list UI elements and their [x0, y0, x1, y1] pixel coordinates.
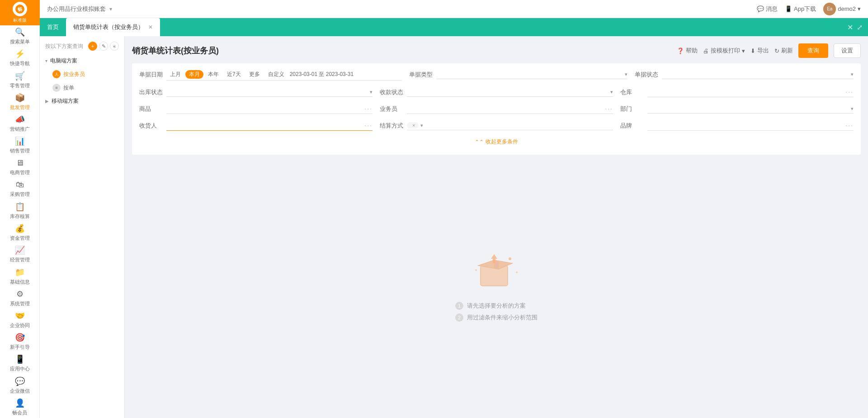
sidebar-item-label: 销售管理: [10, 147, 30, 154]
message-button[interactable]: 💬 消息: [757, 5, 778, 13]
date-btn-more[interactable]: 更多: [245, 70, 264, 79]
tab-close-icon[interactable]: ✕: [148, 24, 153, 30]
sidebar-item-label: 库存核算: [10, 213, 30, 220]
empty-tip-text-1: 请先选择要分析的方案: [467, 302, 526, 310]
date-btn-this-month[interactable]: 本月: [185, 70, 203, 79]
brand-label: 品牌: [620, 122, 644, 130]
topbar: 办公用品行业模拟账套 ▾ 💬 消息 📱 App下载 Ea demo2 ▾: [40, 0, 868, 18]
export-button[interactable]: ⬇ 导出: [750, 47, 769, 55]
user-profile[interactable]: Ea demo2 ▾: [823, 3, 861, 15]
plan-item-by-salesman[interactable]: 人 按业务员: [40, 67, 124, 81]
sidebar-item-quick-nav[interactable]: ⚡ 快捷导航: [0, 47, 39, 69]
mobile-group-arrow-icon: ▶: [45, 99, 49, 104]
sidebar-item-purchase[interactable]: 🛍 采购管理: [0, 178, 39, 200]
sidebar-item-app-center[interactable]: 📱 应用中心: [0, 352, 39, 374]
left-panel-title: 按以下方案查询 + ✎ «: [40, 42, 124, 54]
sidebar-item-operations[interactable]: 📈 经营管理: [0, 243, 39, 265]
sidebar-item-retail[interactable]: 🛒 零售管理: [0, 69, 39, 90]
plan-group-mobile-title[interactable]: ▶ 移动端方案: [40, 95, 124, 108]
date-btn-last-month[interactable]: 上月: [166, 70, 184, 79]
doc-type-control[interactable]: ▾: [436, 70, 628, 79]
inventory-icon: 📋: [15, 202, 25, 212]
out-status-control[interactable]: ▾: [166, 88, 373, 97]
settings-button[interactable]: 设置: [834, 43, 861, 58]
help-button[interactable]: ❓ 帮助: [677, 47, 698, 55]
dept-control[interactable]: ▾: [647, 104, 854, 114]
sidebar-item-inventory[interactable]: 📋 库存核算: [0, 200, 39, 222]
filters-block: 单据日期 上月 本月 本年 近7天 更多 自定义 2023-03-01 至 20…: [132, 63, 861, 155]
sidebar-item-member[interactable]: 👤 畅会员: [0, 396, 39, 418]
goods-control[interactable]: ···: [166, 104, 373, 114]
sidebar-item-label: 电商管理: [10, 169, 30, 176]
warehouse-control[interactable]: ···: [647, 87, 854, 97]
warehouse-dots-icon: ···: [845, 88, 854, 95]
export-label: 导出: [757, 47, 769, 55]
goods-label: 商品: [139, 105, 163, 113]
brand-control[interactable]: ···: [647, 120, 854, 131]
app-logo: 畅 标准版: [0, 0, 40, 25]
sidebar-item-label: 基础信息: [10, 279, 30, 285]
date-btn-custom[interactable]: 自定义: [264, 70, 288, 79]
tab-maximize-icon[interactable]: ⤢: [857, 23, 863, 32]
plan-item-label-order: 按单: [63, 84, 74, 92]
breadcrumb-arrow-icon[interactable]: ▾: [109, 6, 112, 12]
tab-home[interactable]: 首页: [40, 18, 66, 36]
tab-sales-stats[interactable]: 销货单统计表（按业务员） ✕: [66, 18, 160, 36]
plan-item-by-order[interactable]: ≡ 按单: [40, 81, 124, 95]
tabbar-right: ✕ ⤢: [847, 23, 868, 32]
filter-item-date: 单据日期 上月 本月 本年 近7天 更多 自定义 2023-03-01 至 20…: [139, 69, 402, 81]
add-plan-button[interactable]: +: [88, 42, 97, 51]
marketing-icon: 📣: [15, 114, 25, 124]
tab-sales-stats-label: 销货单统计表（按业务员）: [73, 23, 144, 31]
svg-text:畅: 畅: [18, 7, 22, 12]
logo-icon: 畅: [13, 2, 27, 16]
salesman-control[interactable]: ···: [407, 104, 613, 114]
collapse-more-button[interactable]: ⌃⌃ 收起更多条件: [139, 134, 854, 149]
consignee-control[interactable]: ···: [166, 120, 373, 131]
tab-close-window-icon[interactable]: ✕: [847, 23, 853, 32]
app-download-button[interactable]: 📱 App下载: [785, 5, 816, 13]
sidebar-item-ecommerce[interactable]: 🖥 电商管理: [0, 156, 39, 178]
sidebar-item-enterprise[interactable]: 🤝 企业协同: [0, 309, 39, 331]
tabbar: 首页 销货单统计表（按业务员） ✕ ✕ ⤢: [40, 18, 868, 36]
sidebar-item-sales[interactable]: 📊 销售管理: [0, 134, 39, 156]
sidebar-item-wholesale[interactable]: 📦 批发管理: [0, 91, 39, 113]
collect-status-label: 收款状态: [380, 88, 403, 96]
sidebar-item-label: 批发管理: [10, 104, 30, 111]
collapse-panel-button[interactable]: «: [110, 42, 119, 51]
sidebar-item-label: 采购管理: [10, 191, 30, 198]
sidebar-item-marketing[interactable]: 📣 营销推广: [0, 113, 39, 134]
print-button[interactable]: 🖨 按模板打印 ▾: [703, 47, 745, 55]
consignee-input[interactable]: [166, 122, 364, 129]
dept-arrow-icon: ▾: [851, 106, 854, 112]
collect-status-control[interactable]: ▾: [407, 88, 613, 97]
print-arrow-icon[interactable]: ▾: [742, 48, 745, 54]
sidebar-item-search-menu[interactable]: 🔍 搜索菜单: [0, 25, 39, 47]
refresh-button[interactable]: ↻ 刷新: [774, 47, 793, 55]
filter-item-salesman: 业务员 ···: [380, 104, 613, 114]
print-icon: 🖨: [703, 48, 709, 54]
date-btn-this-year[interactable]: 本年: [204, 70, 222, 79]
dept-label: 部门: [620, 105, 644, 113]
system-icon: ⚙: [16, 289, 24, 299]
sidebar-item-system[interactable]: ⚙ 系统管理: [0, 287, 39, 309]
date-btn-7days[interactable]: 近7天: [223, 70, 245, 79]
filter-row-3: 商品 ··· 业务员 ··· 部门: [139, 104, 854, 114]
collapse-icon: ⌃⌃: [475, 139, 484, 145]
sidebar-item-finance[interactable]: 💰 资金管理: [0, 222, 39, 243]
search-menu-icon: 🔍: [15, 27, 25, 37]
doc-status-control[interactable]: ▾: [662, 70, 854, 79]
settlement-tag-close-icon[interactable]: ×: [412, 123, 415, 128]
query-button[interactable]: 查询: [798, 43, 828, 58]
settlement-control[interactable]: × ▾: [407, 121, 613, 130]
left-panel-title-text: 按以下方案查询: [45, 43, 83, 50]
sidebar-item-basic[interactable]: 📁 基础信息: [0, 265, 39, 287]
empty-illustration: [469, 247, 524, 293]
plan-group-desktop-title[interactable]: ▾ 电脑端方案: [40, 54, 124, 67]
edit-plan-button[interactable]: ✎: [99, 42, 108, 51]
sidebar-item-wechat[interactable]: 💬 企业微信: [0, 375, 39, 396]
user-dropdown-icon[interactable]: ▾: [858, 5, 861, 12]
sidebar-item-newbie[interactable]: 🎯 新手引导: [0, 331, 39, 352]
quick-nav-icon: ⚡: [15, 49, 25, 59]
plan-item-icon-order: ≡: [52, 84, 61, 92]
